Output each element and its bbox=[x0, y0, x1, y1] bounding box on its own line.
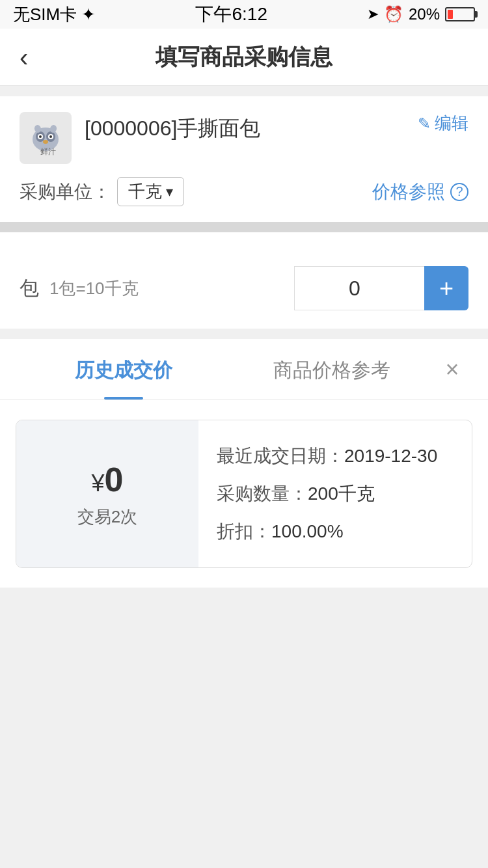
product-thumbnail: 鲜汁 bbox=[20, 112, 72, 164]
help-icon: ? bbox=[450, 183, 468, 201]
page-title: 填写商品采购信息 bbox=[156, 42, 332, 72]
battery-percent: 20% bbox=[409, 5, 440, 23]
unit-conversion-label: 1包=10千克 bbox=[49, 277, 139, 300]
section-divider bbox=[0, 222, 488, 232]
quantity-unit-info: 包 1包=10千克 bbox=[20, 275, 139, 302]
edit-icon: ✎ bbox=[418, 115, 431, 133]
unit-select[interactable]: 千克 ▾ bbox=[117, 177, 184, 206]
price-card: ¥0 交易2次 最近成交日期：2019-12-30 采购数量：200千克 折扣：… bbox=[16, 420, 472, 568]
tabs-header: 历史成交价 商品价格参考 × bbox=[0, 339, 488, 400]
recent-date-row: 最近成交日期：2019-12-30 bbox=[217, 442, 454, 470]
product-unit-row: 采购单位： 千克 ▾ 价格参照 ? bbox=[20, 177, 468, 206]
tabs-section: 历史成交价 商品价格参考 × ¥0 交易2次 最近成交日期：2019-12-30… bbox=[0, 339, 488, 588]
svg-point-7 bbox=[43, 140, 48, 144]
quantity-section: 包 1包=10千克 + bbox=[0, 248, 488, 329]
nav-bar: ‹ 填写商品采购信息 bbox=[0, 29, 488, 86]
price-left-panel: ¥0 交易2次 bbox=[16, 420, 198, 567]
svg-point-5 bbox=[39, 135, 42, 138]
quantity-plus-button[interactable]: + bbox=[424, 266, 468, 310]
carrier-text: 无SIM卡 ✦ bbox=[13, 3, 96, 26]
status-time: 下午6:12 bbox=[195, 2, 267, 27]
discount-row: 折扣：100.00% bbox=[217, 518, 454, 545]
dropdown-icon: ▾ bbox=[166, 183, 173, 200]
unit-label: 采购单位： 千克 ▾ bbox=[20, 177, 184, 206]
product-left: 鲜汁 [0000006]手撕面包 bbox=[20, 112, 260, 164]
edit-button[interactable]: ✎ 编辑 bbox=[418, 112, 468, 135]
product-section: 鲜汁 [0000006]手撕面包 ✎ 编辑 采购单位： 千克 ▾ 价格参照 ? bbox=[0, 96, 488, 248]
tab-history-price[interactable]: 历史成交价 bbox=[20, 339, 228, 400]
product-header: 鲜汁 [0000006]手撕面包 ✎ 编辑 bbox=[20, 112, 468, 164]
quantity-row-detail: 采购数量：200千克 bbox=[217, 480, 454, 508]
product-logo: 鲜汁 bbox=[26, 118, 65, 157]
unit-box-label: 包 bbox=[20, 275, 39, 302]
price-trade-count: 交易2次 bbox=[77, 506, 137, 528]
empty-space bbox=[0, 588, 488, 848]
price-right-panel: 最近成交日期：2019-12-30 采购数量：200千克 折扣：100.00% bbox=[198, 420, 472, 567]
tab-price-reference[interactable]: 商品价格参考 bbox=[228, 339, 436, 400]
price-reference-button[interactable]: 价格参照 ? bbox=[372, 180, 468, 204]
status-carrier: 无SIM卡 ✦ bbox=[13, 3, 96, 26]
product-name: [0000006]手撕面包 bbox=[85, 112, 260, 143]
quantity-input-group: + bbox=[294, 266, 468, 310]
tab-close-button[interactable]: × bbox=[436, 353, 468, 386]
battery-icon bbox=[445, 7, 475, 21]
svg-text:鲜汁: 鲜汁 bbox=[40, 147, 56, 156]
location-icon: ➤ bbox=[367, 6, 379, 23]
svg-point-6 bbox=[49, 135, 52, 138]
tab-content: ¥0 交易2次 最近成交日期：2019-12-30 采购数量：200千克 折扣：… bbox=[0, 400, 488, 588]
price-amount: ¥0 bbox=[92, 460, 124, 499]
quantity-row: 包 1包=10千克 + bbox=[20, 248, 468, 329]
alarm-icon: ⏰ bbox=[384, 5, 403, 23]
status-right: ➤ ⏰ 20% bbox=[367, 5, 475, 23]
status-bar: 无SIM卡 ✦ 下午6:12 ➤ ⏰ 20% bbox=[0, 0, 488, 29]
back-button[interactable]: ‹ bbox=[20, 44, 28, 70]
quantity-input[interactable] bbox=[294, 266, 424, 310]
